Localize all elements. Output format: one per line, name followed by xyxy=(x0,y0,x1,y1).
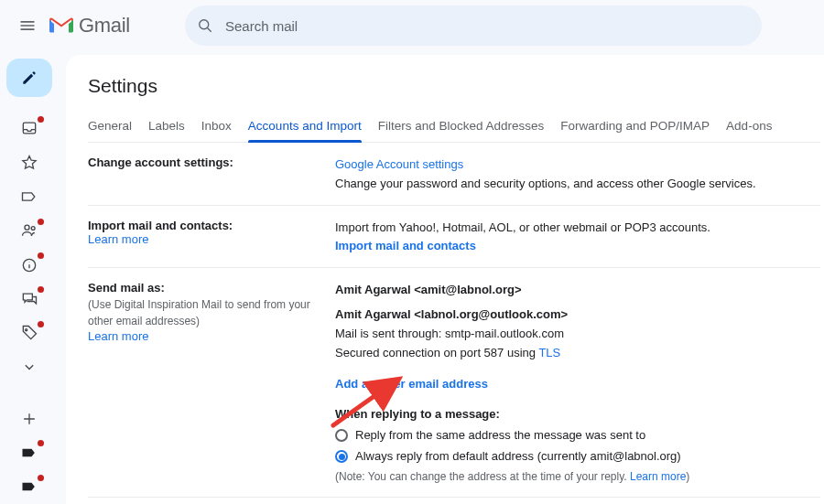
sidebar-more-toggle[interactable] xyxy=(16,357,42,378)
tab-labels[interactable]: Labels xyxy=(148,113,185,142)
star-icon xyxy=(20,154,38,172)
sidebar-starred-icon[interactable] xyxy=(16,152,42,173)
reply-note-prefix: (Note: You can change the address at the… xyxy=(335,470,630,483)
people-icon xyxy=(20,221,38,240)
svg-point-0 xyxy=(200,20,209,29)
sidebar-inbox-icon[interactable] xyxy=(16,118,42,139)
settings-tabs: General Labels Inbox Accounts and Import… xyxy=(88,113,820,143)
section-send-mail-as: Send mail as: (Use Digital Inspiration M… xyxy=(88,268,820,498)
svg-point-5 xyxy=(26,329,27,331)
info-icon xyxy=(20,256,38,274)
import-title: Import mail and contacts: xyxy=(88,219,320,232)
tab-general[interactable]: General xyxy=(88,113,132,142)
section-import: Import mail and contacts: Learn more Imp… xyxy=(88,206,820,269)
reply-note-learn-more-link[interactable]: Learn more xyxy=(630,470,686,483)
import-desc: Import from Yahoo!, Hotmail, AOL, or oth… xyxy=(335,220,710,234)
google-account-settings-link[interactable]: Google Account settings xyxy=(335,157,463,171)
forums-icon xyxy=(20,290,38,308)
chevron-down-icon xyxy=(20,358,38,376)
compose-button[interactable] xyxy=(6,59,52,97)
svg-rect-1 xyxy=(23,123,35,134)
hamburger-icon xyxy=(18,16,37,35)
tab-inbox[interactable]: Inbox xyxy=(201,113,232,142)
inbox-icon xyxy=(20,119,38,137)
radio-checked-icon xyxy=(335,450,348,463)
send-as-sub: (Use Digital Inspiration Mail to send fr… xyxy=(88,296,320,329)
label-filled-icon xyxy=(20,444,38,462)
left-rail xyxy=(0,55,59,504)
header: Gmail xyxy=(0,0,824,51)
change-account-title: Change account settings: xyxy=(88,155,320,169)
label-icon xyxy=(20,188,38,206)
tab-filters[interactable]: Filters and Blocked Addresses xyxy=(378,113,545,142)
reply-note-suffix: ) xyxy=(686,470,689,483)
tls-link[interactable]: TLS xyxy=(538,346,560,359)
gmail-logo-icon xyxy=(49,16,73,35)
sidebar-label-icon[interactable] xyxy=(16,186,42,207)
sidebar-people-icon[interactable] xyxy=(16,220,42,241)
plus-icon xyxy=(20,410,38,428)
sidebar-add-label[interactable] xyxy=(16,408,42,429)
send-as-secure-prefix: Secured connection on port 587 using xyxy=(335,346,538,359)
main-menu-button[interactable] xyxy=(7,5,48,46)
tab-addons[interactable]: Add-ons xyxy=(726,113,772,142)
gmail-logo[interactable]: Gmail xyxy=(49,14,130,38)
sidebar-custom-label-2[interactable] xyxy=(16,477,42,498)
send-as-title: Send mail as: xyxy=(88,281,320,295)
import-mail-contacts-link[interactable]: Import mail and contacts xyxy=(335,239,476,252)
reply-option-same-address[interactable]: Reply from the same address the message … xyxy=(335,426,820,445)
add-another-email-link[interactable]: Add another email address xyxy=(335,377,488,391)
section-change-account: Change account settings: Google Account … xyxy=(88,143,820,206)
tab-accounts-and-import[interactable]: Accounts and Import xyxy=(248,113,362,142)
settings-panel: Settings General Labels Inbox Accounts a… xyxy=(66,55,824,504)
label-filled-icon xyxy=(20,477,38,496)
reply-opt2-label: Always reply from default address (curre… xyxy=(355,447,681,466)
import-learn-more-link[interactable]: Learn more xyxy=(88,232,148,246)
page-title: Settings xyxy=(88,75,820,97)
send-as-secondary: Amit Agarwal <labnol.org@outlook.com> xyxy=(335,306,820,325)
gmail-logo-text: Gmail xyxy=(79,14,130,38)
search-icon xyxy=(196,16,214,35)
section-check-mail: Check mail from other accounts: Learn mo… xyxy=(88,498,820,504)
send-as-route: Mail is sent through: smtp-mail.outlook.… xyxy=(335,325,820,344)
sidebar-promotions-icon[interactable] xyxy=(16,323,42,344)
svg-point-3 xyxy=(31,227,35,231)
change-account-desc: Change your password and security option… xyxy=(335,177,756,190)
svg-point-2 xyxy=(25,225,29,230)
reply-opt1-label: Reply from the same address the message … xyxy=(355,426,645,445)
sidebar-custom-label-1[interactable] xyxy=(16,442,42,463)
reply-heading: When replying to a message: xyxy=(335,405,820,424)
search-bar[interactable] xyxy=(185,5,762,46)
tab-forwarding[interactable]: Forwarding and POP/IMAP xyxy=(560,113,710,142)
reply-option-default-address[interactable]: Always reply from default address (curre… xyxy=(335,447,820,466)
radio-unchecked-icon xyxy=(335,429,348,442)
pencil-icon xyxy=(20,69,38,87)
send-as-learn-more-link[interactable]: Learn more xyxy=(88,329,148,343)
search-input[interactable] xyxy=(223,17,751,35)
tag-icon xyxy=(20,324,38,342)
sidebar-updates-icon[interactable] xyxy=(16,254,42,275)
sidebar-forums-icon[interactable] xyxy=(16,288,42,309)
send-as-primary: Amit Agarwal <amit@labnol.org> xyxy=(335,281,820,300)
